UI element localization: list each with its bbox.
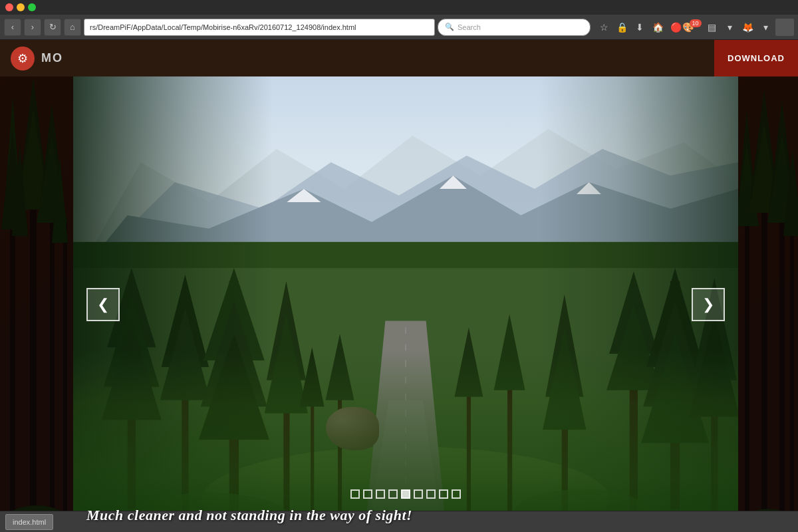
bookmark-icon[interactable]: ☆ <box>596 19 612 35</box>
more-icon[interactable]: ▾ <box>757 19 773 35</box>
minimize-button[interactable] <box>17 3 25 11</box>
svg-rect-67 <box>761 190 767 532</box>
home-nav-icon[interactable]: 🏠 <box>650 19 666 35</box>
maximize-button[interactable] <box>28 3 36 11</box>
mountain-svg <box>73 122 738 282</box>
indicator-8[interactable] <box>439 489 448 499</box>
svg-rect-3 <box>50 196 55 532</box>
close-button[interactable] <box>5 3 13 11</box>
svg-rect-66 <box>745 209 749 532</box>
browser-toolbar: ‹ › ↻ ⌂ rs/DreamPiF/AppData/Local/Temp/M… <box>0 15 798 40</box>
gear-icon: ⚙ <box>11 47 35 70</box>
side-panel-left <box>0 76 73 532</box>
extra-icon[interactable] <box>775 19 794 36</box>
main-content: ❮ ❯ Much cleaner and not standing in the… <box>0 76 798 532</box>
chevron-icon[interactable]: ▾ <box>722 19 737 35</box>
svg-rect-69 <box>790 229 794 532</box>
caption-text: Much cleaner and not standing in the way… <box>86 507 412 523</box>
svg-rect-2 <box>30 176 37 532</box>
svg-rect-1 <box>10 209 15 532</box>
taskbar-item-1[interactable]: index.html <box>5 514 53 530</box>
search-input[interactable]: 🔍 Search <box>438 19 591 36</box>
indicator-5[interactable] <box>401 489 410 499</box>
privacy-icon[interactable]: 🔴 <box>668 19 684 35</box>
browser-titlebar <box>0 0 798 15</box>
back-button[interactable]: ‹ <box>4 19 21 36</box>
carousel-scene <box>73 76 738 532</box>
carousel-indicators <box>350 489 461 499</box>
home-button[interactable]: ⌂ <box>64 19 81 36</box>
extensions-icon[interactable]: 🦊 <box>739 19 755 35</box>
svg-rect-68 <box>779 203 785 532</box>
browser-chrome: ‹ › ↻ ⌂ rs/DreamPiF/AppData/Local/Temp/M… <box>0 0 798 40</box>
apps-icon[interactable]: 🎨 10 <box>686 19 702 35</box>
menu-icon[interactable]: ▤ <box>704 19 720 35</box>
carousel-next-button[interactable]: ❯ <box>692 288 725 321</box>
indicator-3[interactable] <box>376 489 385 499</box>
refresh-button[interactable]: ↻ <box>44 19 61 36</box>
indicator-7[interactable] <box>426 489 436 499</box>
mountain-layer <box>73 122 738 282</box>
lock-icon[interactable]: 🔒 <box>614 19 630 35</box>
carousel-container: ❮ ❯ Much cleaner and not standing in the… <box>73 76 738 532</box>
ground-cover <box>73 350 738 532</box>
indicator-9[interactable] <box>452 489 461 499</box>
download-button[interactable]: DOWNLOAD <box>714 40 798 76</box>
notification-badge: 10 <box>690 19 702 27</box>
address-bar[interactable]: rs/DreamPiF/AppData/Local/Temp/Mobirise-… <box>84 19 435 36</box>
indicator-6[interactable] <box>414 489 423 499</box>
indicator-2[interactable] <box>363 489 372 499</box>
indicator-1[interactable] <box>350 489 360 499</box>
download-icon[interactable]: ⬇ <box>632 19 648 35</box>
carousel-prev-button[interactable]: ❮ <box>86 288 120 321</box>
app-header: ⚙ MO DOWNLOAD <box>0 40 798 76</box>
search-icon: 🔍 <box>445 23 454 31</box>
right-forest-svg <box>738 76 798 532</box>
left-forest-svg <box>0 76 73 532</box>
forward-button[interactable]: › <box>24 19 41 36</box>
side-panel-right <box>738 76 798 532</box>
toolbar-icons: ☆ 🔒 ⬇ 🏠 🔴 🎨 10 ▤ ▾ 🦊 ▾ <box>596 19 794 36</box>
svg-rect-4 <box>63 223 67 532</box>
carousel-caption: Much cleaner and not standing in the way… <box>86 507 725 524</box>
indicator-4[interactable] <box>388 489 398 499</box>
app-title: MO <box>41 51 63 65</box>
app-logo: ⚙ MO <box>11 47 63 70</box>
